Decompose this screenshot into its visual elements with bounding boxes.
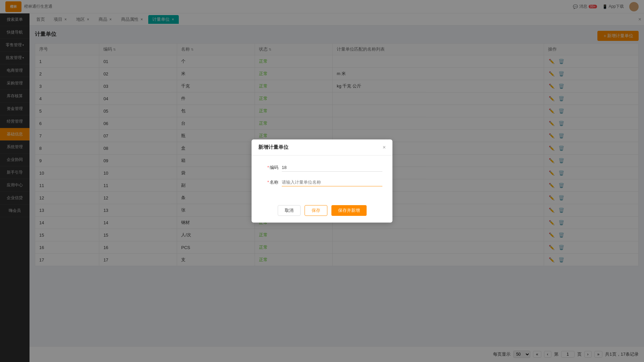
modal-title: 新增计量单位 (258, 144, 288, 150)
save-and-new-button[interactable]: 保存并新增 (331, 205, 367, 216)
modal-overlay: 新增计量单位 × *编码 *名称 取消 保存 保存并新增 (0, 0, 644, 362)
name-input[interactable] (282, 178, 382, 186)
code-input[interactable] (282, 164, 382, 172)
modal-footer: 取消 保存 保存并新增 (252, 201, 392, 223)
cancel-button[interactable]: 取消 (278, 205, 301, 216)
add-unit-modal: 新增计量单位 × *编码 *名称 取消 保存 保存并新增 (252, 139, 392, 223)
required-mark: * (267, 180, 269, 185)
modal-header: 新增计量单位 × (252, 139, 392, 156)
modal-body: *编码 *名称 (252, 156, 392, 201)
name-label: *名称 (262, 179, 278, 185)
save-button[interactable]: 保存 (305, 205, 327, 216)
modal-close-button[interactable]: × (383, 144, 386, 150)
form-row-code: *编码 (262, 164, 382, 172)
required-mark: * (267, 165, 269, 170)
form-row-name: *名称 (262, 178, 382, 186)
code-label: *编码 (262, 165, 278, 171)
